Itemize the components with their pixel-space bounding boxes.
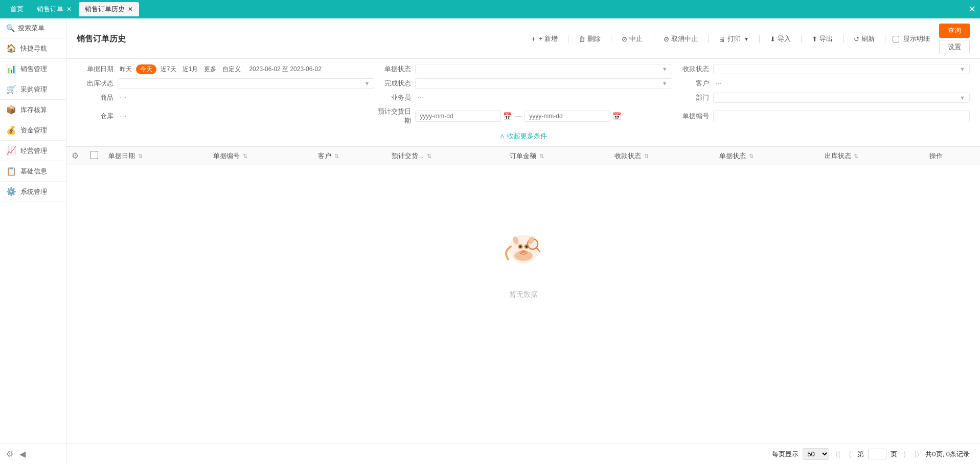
display-detail-checkbox[interactable]	[893, 36, 899, 42]
collapse-filters-row: ∧ 收起更多条件	[77, 129, 970, 141]
completion-status-select[interactable]: ▼	[415, 78, 672, 89]
col-order-status[interactable]: 单据状态 ⇅	[714, 147, 819, 165]
col-outbound-status-label: 出库状态	[825, 152, 851, 160]
sidebar-settings-icon[interactable]: ⚙	[6, 449, 13, 459]
col-checkbox	[85, 147, 103, 165]
stop-button[interactable]: ⊘ 中止	[619, 32, 646, 46]
toolbar: ＋ + 新增 🗑 删除 ⊘ 中止 ⊘ 取消中止	[527, 24, 970, 54]
date-btn-more[interactable]: 更多	[202, 64, 218, 74]
filter-row-4: 仓库 ··· 预计交货日期 📅 — 📅 单据编号	[77, 107, 970, 125]
date-btn-custom[interactable]: 自定义	[220, 64, 243, 74]
next-page-button[interactable]: ⟩	[901, 449, 908, 459]
col-outbound-status-sort-icon: ⇅	[854, 153, 858, 159]
col-payment-status[interactable]: 收款状态 ⇅	[609, 147, 714, 165]
department-select[interactable]: ▼	[713, 93, 970, 103]
page-number-input[interactable]: 1	[868, 449, 886, 459]
sidebar-item-sales-mgmt[interactable]: 📊 销售管理	[0, 59, 66, 79]
salesperson-dots-icon[interactable]: ···	[417, 93, 424, 102]
tab-sales-order[interactable]: 销售订单 ✕	[31, 2, 78, 16]
settings-button[interactable]: 设置	[939, 40, 970, 54]
toolbar-divider-1	[568, 35, 568, 43]
cancel-stop-button[interactable]: ⊘ 取消中止	[660, 32, 701, 46]
first-page-button[interactable]: ⟨⟨	[833, 449, 842, 459]
sidebar-item-purchase-mgmt[interactable]: 🛒 采购管理	[0, 79, 66, 100]
sidebar-item-quick-nav-label: 快捷导航	[20, 44, 47, 53]
import-button[interactable]: ⬇ 导入	[767, 32, 794, 46]
import-icon: ⬇	[770, 35, 776, 43]
date-btn-7days[interactable]: 近7天	[158, 64, 178, 74]
outbound-status-label: 出库状态	[77, 79, 118, 88]
col-action: 操作	[924, 147, 980, 165]
prev-page-button[interactable]: ⟨	[847, 449, 853, 459]
order-status-select[interactable]: ▼	[415, 64, 672, 74]
sidebar-item-quick-nav[interactable]: 🏠 快捷导航	[0, 38, 66, 59]
page-title: 销售订单历史	[77, 34, 126, 45]
new-button[interactable]: ＋ + 新增	[527, 32, 561, 46]
delivery-date-start-calendar-icon[interactable]: 📅	[503, 112, 512, 120]
last-page-button[interactable]: ⟩⟩	[912, 449, 921, 459]
filter-row-3: 商品 ··· 业务员 ··· 部门 ▼	[77, 93, 970, 103]
delivery-date-label: 预计交货日期	[374, 107, 415, 125]
col-order-date[interactable]: 单据日期 ⇅	[103, 147, 208, 165]
table-settings-icon[interactable]: ⚙	[72, 151, 79, 160]
sidebar-item-basic-info[interactable]: 📋 基础信息	[0, 161, 66, 182]
collapse-filters-button[interactable]: ∧ 收起更多条件	[499, 132, 547, 140]
display-detail-toggle[interactable]: 显示明细	[893, 34, 930, 43]
payment-status-select[interactable]: ▼	[713, 64, 970, 74]
sidebar-search[interactable]: 🔍 搜索菜单	[0, 18, 66, 38]
sidebar-item-sales-mgmt-label: 销售管理	[20, 64, 47, 74]
page-size-select[interactable]: 50 10 20 100	[803, 448, 829, 460]
cancel-stop-label: 取消中止	[671, 34, 698, 43]
date-btn-1month[interactable]: 近1月	[180, 64, 200, 74]
product-dots-icon[interactable]: ···	[120, 93, 126, 102]
col-delivery-date[interactable]: 预计交货... ⇅	[386, 147, 505, 165]
tab-sales-order-history-close[interactable]: ✕	[128, 6, 133, 13]
tab-sales-order-history-label: 销售订单历史	[85, 5, 125, 14]
col-order-no-label: 单据编号	[213, 152, 240, 160]
col-order-amount-label: 订单金额	[510, 152, 536, 160]
customer-dots-icon[interactable]: ···	[715, 79, 722, 88]
delivery-date-end-calendar-icon[interactable]: 📅	[612, 112, 621, 120]
sidebar-item-operation-mgmt[interactable]: 📈 经营管理	[0, 141, 66, 161]
date-btn-today[interactable]: 今天	[136, 64, 156, 74]
outbound-status-select[interactable]: ▼	[118, 78, 374, 89]
outbound-status-arrow-icon: ▼	[364, 80, 370, 86]
sidebar-item-finance-mgmt[interactable]: 💰 资金管理	[0, 120, 66, 141]
table-header-row: ⚙ 单据日期 ⇅ 单据编号 ⇅	[66, 147, 980, 165]
sidebar-item-purchase-mgmt-label: 采购管理	[20, 85, 47, 94]
col-customer[interactable]: 客户 ⇅	[313, 147, 386, 165]
refresh-button[interactable]: ↺ 刷新	[851, 32, 878, 46]
empty-svg	[498, 226, 549, 272]
col-order-no[interactable]: 单据编号 ⇅	[208, 147, 313, 165]
tab-sales-order-close[interactable]: ✕	[66, 6, 72, 13]
sidebar-item-inventory[interactable]: 📦 库存核算	[0, 100, 66, 120]
col-customer-label: 客户	[318, 152, 331, 160]
date-btn-yesterday[interactable]: 昨天	[118, 64, 134, 74]
sidebar-collapse-icon[interactable]: ◀	[19, 449, 26, 459]
window-close-button[interactable]: ✕	[968, 4, 976, 15]
col-order-amount[interactable]: 订单金额 ⇅	[505, 147, 609, 165]
col-order-amount-sort-icon: ⇅	[539, 153, 544, 159]
delivery-date-end-input[interactable]	[525, 111, 610, 122]
col-order-status-sort-icon: ⇅	[749, 153, 754, 159]
query-button[interactable]: 查询	[939, 24, 970, 38]
sidebar-item-system-mgmt[interactable]: ⚙️ 系统管理	[0, 182, 66, 202]
collapse-up-icon: ∧	[499, 132, 505, 140]
new-icon: ＋	[530, 34, 537, 43]
delivery-date-start-input[interactable]	[415, 111, 501, 122]
export-button[interactable]: ⬆ 导出	[809, 32, 836, 46]
delete-button[interactable]: 🗑 删除	[576, 32, 604, 46]
filter-row-2: 出库状态 ▼ 完成状态 ▼ 客户 ···	[77, 78, 970, 89]
inventory-icon: 📦	[6, 105, 16, 115]
col-outbound-status[interactable]: 出库状态 ⇅	[819, 147, 924, 165]
cancel-stop-icon: ⊘	[664, 35, 669, 43]
order-number-input[interactable]	[713, 111, 970, 122]
select-all-checkbox[interactable]	[90, 151, 98, 159]
tab-sales-order-history[interactable]: 销售订单历史 ✕	[79, 2, 139, 16]
print-button[interactable]: 🖨 打印 ▼	[716, 32, 752, 46]
tab-home[interactable]: 首页	[4, 2, 30, 16]
date-range-display: 2023-06-02 至 2023-06-02	[249, 65, 321, 74]
top-bar: 首页 销售订单 ✕ 销售订单历史 ✕ ✕	[0, 0, 980, 18]
warehouse-dots-icon[interactable]: ···	[120, 112, 126, 121]
filter-salesperson-section: 业务员 ···	[374, 93, 672, 102]
